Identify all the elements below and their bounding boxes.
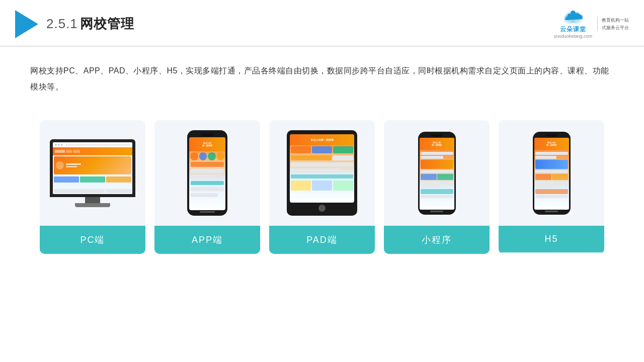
tablet-home-button <box>318 205 326 212</box>
card-app-image: 职达人的第一堂网课 <box>154 120 260 226</box>
brand-logo: 云朵课堂 yunduoketang.com <box>554 9 592 39</box>
mini-phone-home-bar <box>430 211 443 212</box>
header-left: 2.5.1网校管理 <box>15 10 134 38</box>
pc-device-mockup <box>50 139 135 207</box>
card-pc-label: PC端 <box>40 226 145 254</box>
miniprogram-phone-mockup: 职达人的第一堂网课 <box>418 132 456 215</box>
app-phone-mockup: 职达人的第一堂网课 <box>187 130 227 216</box>
tablet-screen: 职达人的第一堂网课 <box>290 134 354 203</box>
card-pad: 职达人的第一堂网课 <box>269 120 375 254</box>
pc-screen <box>50 139 135 197</box>
h5-phone-mockup: 职达人的第一堂网课 <box>533 132 571 215</box>
h5-phone-notch <box>545 134 557 137</box>
h5-phone-screen: 职达人的第一堂网课 <box>534 138 569 210</box>
card-miniprogram: 职达人的第一堂网课 <box>384 120 490 254</box>
phone-home-bar <box>200 211 215 213</box>
card-app-label: APP端 <box>154 226 260 254</box>
phone-screen: 职达人的第一堂网课 <box>189 137 225 210</box>
phone-notch <box>200 133 214 136</box>
card-h5: 职达人的第一堂网课 <box>499 120 604 254</box>
page-title: 2.5.1网校管理 <box>46 15 134 33</box>
svg-point-4 <box>568 14 572 18</box>
card-miniprogram-label: 小程序 <box>384 226 490 254</box>
card-app: 职达人的第一堂网课 <box>154 120 260 254</box>
brand-domain: yunduoketang.com <box>554 34 592 39</box>
mini-phone-notch <box>431 134 443 137</box>
brand-name: 云朵课堂 <box>560 25 586 34</box>
platform-cards: PC端 职达人的第一堂网课 <box>0 105 644 269</box>
card-h5-image: 职达人的第一堂网课 <box>499 120 604 226</box>
brand-tagline: 教育机构一站式服务云平台 <box>597 17 629 31</box>
card-pad-label: PAD端 <box>269 226 375 254</box>
pad-tablet-mockup: 职达人的第一堂网课 <box>287 130 357 216</box>
card-pad-image: 职达人的第一堂网课 <box>269 120 375 226</box>
card-pc-image <box>40 120 145 226</box>
header-right: 云朵课堂 yunduoketang.com 教育机构一站式服务云平台 <box>554 9 629 39</box>
svg-point-5 <box>575 14 579 18</box>
card-pc: PC端 <box>40 120 145 254</box>
header: 2.5.1网校管理 云朵课堂 yunduoketang.com 教育机构一站式服… <box>0 0 644 47</box>
tablet-top-bar: 职达人的第一堂网课 <box>290 134 354 145</box>
cloud-logo-icon <box>559 9 587 25</box>
description-text: 网校支持PC、APP、PAD、小程序、H5，实现多端打通，产品各终端自由切换，数… <box>0 47 644 105</box>
card-miniprogram-image: 职达人的第一堂网课 <box>384 120 490 226</box>
logo-triangle-icon <box>15 10 38 38</box>
mini-phone-screen: 职达人的第一堂网课 <box>420 138 454 210</box>
card-h5-label: H5 <box>499 226 604 252</box>
h5-phone-home-bar <box>545 211 558 212</box>
